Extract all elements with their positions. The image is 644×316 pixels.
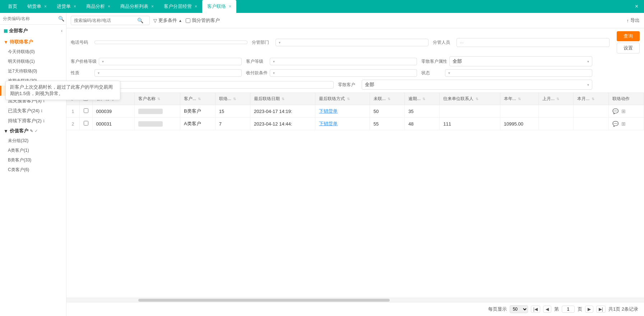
last-method-link-2[interactable]: 下销货单 (319, 121, 338, 126)
info-icon-lost[interactable]: ℹ (41, 109, 42, 113)
value-group-edit-icon[interactable]: ✎ (30, 129, 33, 133)
th-last-date[interactable]: 最后联络日期 ⇅ (250, 93, 315, 105)
sidebar-item-declining[interactable]: 持续下滑客户(2) ℹ (0, 116, 66, 126)
filter-scatter-attr-select[interactable]: 全部 ▾ (449, 56, 592, 66)
customer-search-input[interactable] (74, 18, 135, 23)
th-type[interactable]: 客户... ⇅ (180, 93, 215, 105)
sidebar-collapse-icon[interactable]: ‹ (61, 28, 62, 33)
filter-department-select[interactable]: ▾ (275, 39, 428, 46)
nav-analysis-list-close[interactable]: × (151, 4, 154, 9)
sidebar-item-b-class[interactable]: B类客户(33) (0, 155, 66, 165)
filter-customer-type-select[interactable]: ▾ (103, 81, 334, 89)
sidebar-all-customers-header[interactable]: ▦ 全部客户 ‹ (0, 25, 66, 37)
nav-analysis-list[interactable]: 商品分析列表 × (115, 0, 159, 13)
filter-price-level-label: 客户价格等级 (71, 58, 97, 65)
th-this-month[interactable]: 本月... ⇅ (574, 93, 608, 105)
row-select-2[interactable] (84, 121, 88, 126)
customer-table: ⚙ 客户编码 ⇅ 客户名称 ⇅ 客户... ⇅ 联络... ⇅ 最后联络日期 ⇅… (66, 93, 644, 130)
filter-payment-select[interactable]: ▾ (270, 69, 417, 77)
action-grid-2[interactable]: ⊞ (621, 121, 626, 127)
sidebar-search-icon[interactable]: 🔍 (58, 16, 64, 22)
nav-sales-label: 销货单 (27, 3, 41, 10)
sort-contact-icon: ⇅ (233, 97, 236, 101)
sidebar-item-tomorrow[interactable]: 明天待联络(1) (0, 57, 66, 66)
table-row: 1 000039 ████ B类客户 15 2023-04-17 14:19: … (66, 105, 644, 118)
action-comment-1[interactable]: 💬 (612, 108, 618, 114)
th-this-year[interactable]: 本年... ⇅ (500, 93, 538, 105)
filter-bar-right: ↑ 导出 (627, 17, 640, 24)
th-name[interactable]: 客户名称 ⇅ (134, 93, 180, 105)
more-conditions-button[interactable]: ▽ 更多条件 ▲ (153, 17, 182, 24)
nav-analysis[interactable]: 商品分析 × (81, 0, 115, 13)
nav-customer-contact-close[interactable]: × (229, 4, 231, 9)
settings-button[interactable]: 设置 (617, 43, 640, 53)
nav-purchase[interactable]: 进货单 × (52, 0, 81, 13)
scrollbar-thumb[interactable] (138, 299, 390, 302)
query-button[interactable]: 查询 (617, 31, 640, 41)
total-records-label: 共1页 2条记录 (608, 306, 638, 312)
nav-home[interactable]: 首页 (3, 0, 22, 13)
row-index-1: 1 (66, 105, 79, 118)
prev-page-button[interactable]: ◀ (543, 306, 551, 313)
filter-status-label: 状态 (421, 70, 443, 76)
filter-scatter-attr: 零散客户属性 全部 ▾ (421, 56, 592, 66)
filter-scatter-customer-select[interactable]: 全部 ▾ (362, 80, 592, 90)
export-icon: ↑ (627, 18, 629, 23)
row-actions-2: 💬 ⊞ (608, 118, 644, 130)
my-customers-checkbox[interactable] (186, 18, 190, 23)
sidebar-item-unclassified[interactable]: 未分组(32) (0, 136, 66, 146)
action-grid-1[interactable]: ⊞ (621, 108, 626, 114)
filter-phone-input[interactable] (94, 41, 247, 44)
filter-customer-level-select[interactable]: ▾ (270, 58, 417, 65)
export-button[interactable]: ↑ 导出 (627, 17, 640, 24)
sidebar-value-group[interactable]: ▼ 价值客户 ✎ ✓ (0, 126, 66, 136)
sidebar-item-today[interactable]: 今天待联络(0) (0, 47, 66, 57)
filter-person-label: 分管人员 (433, 39, 454, 46)
sort-type-icon: ⇅ (198, 97, 201, 101)
filter-actions: 查询 设置 (617, 31, 640, 53)
sidebar-pending-group[interactable]: ▼ 待联络客户 (0, 37, 66, 47)
info-icon-declining[interactable]: ℹ (43, 119, 45, 123)
th-overdue[interactable]: 逾期... ⇅ (405, 93, 440, 105)
th-contact-person[interactable]: 往来单位联系人 ⇅ (440, 93, 500, 105)
last-page-button[interactable]: ▶| (596, 306, 606, 313)
sidebar-item-a-class[interactable]: A类客户(1) (0, 146, 66, 155)
window-close-button[interactable]: × (632, 3, 641, 10)
page-label: 第 (554, 306, 559, 312)
row-code-2: 000031 (92, 118, 134, 130)
page-input[interactable] (562, 306, 575, 313)
th-last-method[interactable]: 最后联络方式 ⇅ (315, 93, 370, 105)
nav-customer-tier[interactable]: 客户分层经营 × (159, 0, 202, 13)
filter-nature-select[interactable]: ▾ (94, 69, 242, 77)
nav-customer-tier-close[interactable]: × (195, 4, 197, 9)
next-page-button[interactable]: ▶ (585, 306, 593, 313)
nav-analysis-close[interactable]: × (108, 4, 110, 9)
first-page-button[interactable]: |◀ (531, 306, 540, 313)
row-select-1[interactable] (84, 108, 88, 113)
per-page-select[interactable]: 50 100 (510, 305, 528, 313)
sidebar-item-c-class[interactable]: C类客户(6) (0, 165, 66, 175)
nav-customer-tier-label: 客户分层经营 (164, 3, 192, 10)
value-group-check-icon[interactable]: ✓ (34, 129, 38, 133)
last-method-link-1[interactable]: 下销货单 (319, 108, 338, 114)
th-uncontacted[interactable]: 未联... ⇅ (370, 93, 404, 105)
table-container[interactable]: ⚙ 客户编码 ⇅ 客户名称 ⇅ 客户... ⇅ 联络... ⇅ 最后联络日期 ⇅… (66, 93, 644, 298)
action-icons-1: 💬 ⊞ (612, 108, 640, 114)
sidebar-item-lost-customers[interactable]: 已流失客户(24) ℹ (0, 106, 66, 116)
customer-search-icon[interactable]: 🔍 (137, 18, 143, 23)
action-comment-2[interactable]: 💬 (612, 121, 618, 127)
filter-price-level-select[interactable]: ▾ (99, 58, 242, 65)
th-contact[interactable]: 联络... ⇅ (215, 93, 250, 105)
table-area: ⚙ 客户编码 ⇅ 客户名称 ⇅ 客户... ⇅ 联络... ⇅ 最后联络日期 ⇅… (66, 93, 644, 316)
th-last-month[interactable]: 上月... ⇅ (538, 93, 573, 105)
nav-purchase-close[interactable]: × (74, 4, 76, 9)
sidebar-search-input[interactable] (3, 16, 57, 21)
filter-person-input[interactable]: ··· (457, 38, 610, 47)
sidebar-item-7days[interactable]: 近7天待联络(0) (0, 66, 66, 76)
row-contact-person-2: 111 (440, 118, 500, 130)
nav-sales-close[interactable]: × (44, 4, 47, 9)
filter-status-select[interactable]: ▾ (445, 69, 592, 77)
horizontal-scrollbar[interactable] (66, 298, 644, 302)
nav-customer-contact[interactable]: 客户联络 × (202, 0, 236, 13)
nav-sales[interactable]: 销货单 × (22, 0, 52, 13)
